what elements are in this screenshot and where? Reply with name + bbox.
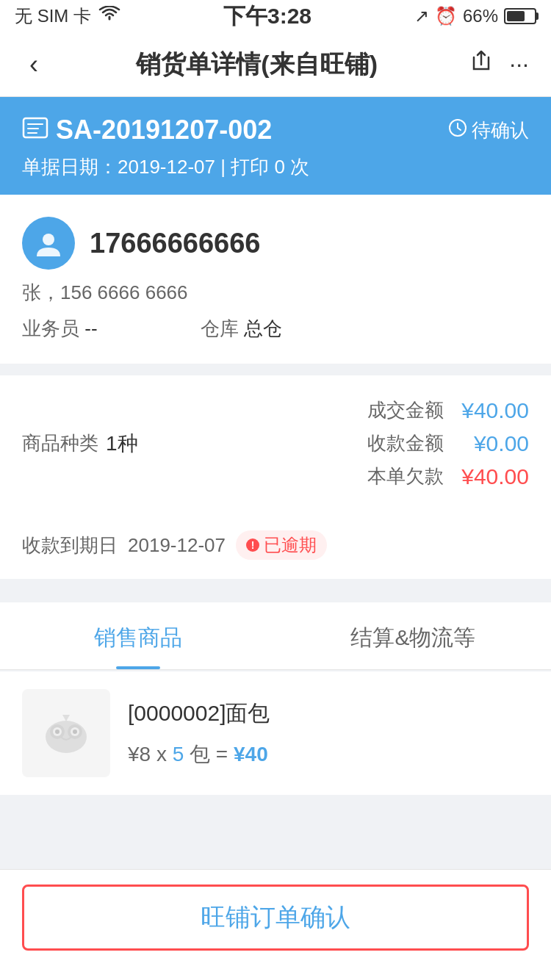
due-date-label: 收款到期日 [22, 533, 118, 558]
separator-2 [0, 579, 551, 591]
svg-point-2 [43, 234, 54, 245]
carrier-text: 无 SIM 卡 [15, 4, 91, 28]
status-text: 待确认 [472, 118, 529, 143]
customer-phone: 17666666666 [90, 228, 260, 259]
product-type-label: 商品种类 [22, 430, 98, 456]
product-type-value: 1种 [106, 430, 138, 458]
tab-sales-products[interactable]: 销售商品 [0, 602, 276, 669]
order-header: SA-20191207-002 待确认 单据日期：2019-12-07 | 打印… [0, 97, 551, 195]
battery-percent: 66% [463, 6, 498, 26]
tab-settlement-logistics[interactable]: 结算&物流等 [276, 602, 551, 669]
share-icon[interactable] [468, 48, 494, 81]
due-date-value: 2019-12-07 [128, 534, 226, 557]
overdue-badge: ! 已逾期 [236, 530, 327, 560]
product-qty: 5 [173, 743, 184, 765]
status-right: ↗ ⏰ 66% [414, 6, 536, 26]
nav-actions: ··· [468, 48, 529, 81]
svg-point-3 [46, 721, 87, 753]
order-date: 单据日期：2019-12-07 | 打印 0 次 [22, 154, 529, 180]
product-price: ¥8 x 5 包 = ¥40 [128, 741, 529, 768]
customer-name: 张，156 6666 6666 [22, 280, 529, 306]
tabs: 销售商品 结算&物流等 [0, 602, 551, 670]
page-title: 销货单详情(来自旺铺) [136, 48, 378, 82]
order-id: SA-20191207-002 [22, 115, 272, 145]
clock-icon [448, 118, 467, 143]
product-type: 商品种类 1种 [22, 397, 264, 489]
order-icon [22, 115, 48, 145]
product-card: [0000002]面包 ¥8 x 5 包 = ¥40 [0, 671, 551, 795]
nav-bar: ‹ 销货单详情(来自旺铺) ··· [0, 32, 551, 97]
overdue-text: 已逾期 [264, 533, 317, 557]
customer-meta: 业务员 -- 仓库 总仓 [22, 316, 529, 342]
product-total: ¥40 [234, 743, 268, 765]
order-id-row: SA-20191207-002 待确认 [22, 115, 529, 145]
back-button[interactable]: ‹ [22, 42, 46, 87]
status-time: 下午3:28 [223, 1, 311, 32]
alarm-icon: ⏰ [435, 6, 457, 26]
product-name: [0000002]面包 [128, 699, 529, 729]
avatar [22, 217, 75, 270]
price-eq: = [216, 743, 234, 765]
order-status: 待确认 [448, 118, 529, 143]
product-info: [0000002]面包 ¥8 x 5 包 = ¥40 [128, 699, 529, 768]
price-value: ¥8 [128, 743, 151, 765]
separator-1 [0, 364, 551, 375]
svg-point-8 [55, 729, 60, 734]
overdue-icon: ! [246, 538, 259, 552]
location-icon: ↗ [414, 6, 429, 26]
confirm-order-button[interactable]: 旺铺订单确认 [22, 884, 529, 951]
balance-amount: 本单欠款 ¥40.00 [287, 464, 529, 489]
product-unit: 包 [190, 743, 210, 765]
summary-card: 商品种类 1种 成交金额 ¥40.00 收款金额 ¥0.00 本单欠款 ¥40.… [0, 375, 551, 511]
due-date-card: 收款到期日 2019-12-07 ! 已逾期 [0, 511, 551, 579]
price-x: x [156, 743, 173, 765]
status-bar: 无 SIM 卡 下午3:28 ↗ ⏰ 66% [0, 0, 551, 32]
customer-row: 17666666666 [22, 217, 529, 270]
more-icon[interactable]: ··· [509, 51, 529, 78]
warehouse-label: 仓库 总仓 [201, 316, 282, 342]
transaction-amount: 成交金额 ¥40.00 [287, 397, 529, 423]
bottom-bar: 旺铺订单确认 [0, 869, 551, 980]
received-amount: 收款金额 ¥0.00 [287, 430, 529, 456]
salesperson-label: 业务员 -- [22, 316, 98, 342]
svg-point-9 [73, 729, 77, 734]
product-image [22, 689, 110, 777]
customer-card: 17666666666 张，156 6666 6666 业务员 -- 仓库 总仓 [0, 195, 551, 364]
wifi-icon [98, 6, 120, 26]
amounts: 成交金额 ¥40.00 收款金额 ¥0.00 本单欠款 ¥40.00 [287, 397, 529, 489]
order-id-text: SA-20191207-002 [56, 115, 272, 145]
status-left: 无 SIM 卡 [15, 4, 120, 28]
battery-icon [504, 8, 536, 24]
